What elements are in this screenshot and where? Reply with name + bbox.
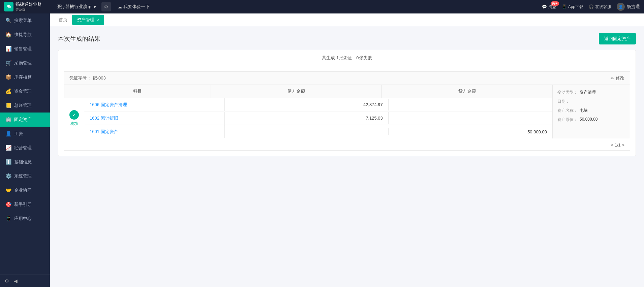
guide-icon: 🎯 <box>5 201 11 208</box>
logo-text: 畅捷通好业财 普及版 <box>16 2 42 12</box>
debit-cell-1: 7,125.03 <box>225 112 389 124</box>
asset-name-row: 资产名称： 电脑 <box>557 108 625 114</box>
tab-close-button[interactable]: × <box>97 18 99 22</box>
change-type-label: 变动类型： <box>557 90 578 95</box>
return-fixed-assets-button[interactable]: 返回固定资产 <box>599 33 636 44</box>
sidebar-item-guide[interactable]: 🎯 新手引导 <box>0 197 50 212</box>
sidebar-item-app-center[interactable]: 📱 应用中心 <box>0 212 50 226</box>
sidebar-item-enterprise[interactable]: 🤝 企业协同 <box>0 183 50 197</box>
pagination-prev[interactable]: < <box>611 142 614 148</box>
online-service-button[interactable]: 🎧 在线客服 <box>589 4 611 10</box>
edit-icon: ✏ <box>611 76 614 81</box>
user-area[interactable]: 👤 畅捷通 <box>617 3 640 11</box>
voucher-header: 凭证字号： 记-003 ✏ 修改 <box>64 72 630 85</box>
asset-name-value: 电脑 <box>580 108 588 114</box>
sidebar-item-operations[interactable]: 📈 经营管理 <box>0 141 50 155</box>
finance-icon: 💰 <box>5 88 11 94</box>
subject-cell-1[interactable]: 1602 累计折旧 <box>84 112 225 125</box>
tab-asset-management[interactable]: 资产管理 × <box>72 15 104 25</box>
voucher-number: 凭证字号： 记-003 <box>69 75 106 81</box>
data-rows: 1606 固定资产清理 42,874.97 1602 累计折旧 7,125.03 <box>84 98 552 138</box>
messages-badge: 99+ <box>551 1 559 6</box>
page-header: 本次生成的结果 返回固定资产 <box>58 33 636 44</box>
sidebar-collapse-button[interactable]: ◀ <box>14 278 18 284</box>
app-download-button[interactable]: 📱 App下载 <box>562 4 583 10</box>
voucher-body: 科目 借方金额 贷方金额 ✓ 成功 <box>64 85 630 138</box>
side-panel: 变动类型： 资产清理 日期： 资产名称： 电脑 <box>552 85 630 138</box>
payroll-icon: 👤 <box>5 131 11 137</box>
sidebar-item-purchase[interactable]: 🛒 采购管理 <box>0 56 50 70</box>
edit-button[interactable]: ✏ 修改 <box>611 75 624 81</box>
ledger-icon: 📒 <box>5 102 11 108</box>
subject-cell-2[interactable]: 1601 固定资产 <box>84 125 225 138</box>
trial-button[interactable]: ☁ 我要体验一下 <box>114 2 153 11</box>
sidebar-settings-button[interactable]: ⚙ <box>5 278 9 284</box>
pagination: < 1/1 > <box>64 140 630 150</box>
pagination-next[interactable]: > <box>622 142 624 148</box>
messages-button[interactable]: 💬 消息 99+ <box>542 4 556 10</box>
sidebar-item-payroll[interactable]: 👤 工资 <box>0 127 50 141</box>
tab-bar: 首页 资产管理 × <box>50 13 644 26</box>
page-title: 本次生成的结果 <box>58 35 100 43</box>
content-area: 首页 资产管理 × 本次生成的结果 返回固定资产 共生成 1张凭证，0张失败 <box>50 13 644 287</box>
search-icon: 🔍 <box>5 18 11 24</box>
success-text: 成功 <box>70 121 78 127</box>
col-header-subject: 科目 <box>64 85 211 98</box>
logo-icon: 畅 <box>4 2 13 11</box>
dropdown-icon: ▾ <box>94 4 96 9</box>
basic-info-icon: ℹ️ <box>5 159 11 165</box>
app-center-icon: 📱 <box>5 216 11 222</box>
pagination-info: 1/1 <box>615 142 622 148</box>
top-header: 畅 畅捷通好业财 普及版 医疗器械行业演示 ▾ ⚙ ☁ 我要体验一下 💬 消息 … <box>0 0 644 13</box>
credit-cell-1 <box>389 115 552 122</box>
col-header-debit: 借方金额 <box>211 85 382 98</box>
credit-cell-2: 50,000.00 <box>389 126 552 138</box>
sidebar-item-system[interactable]: ⚙️ 系统管理 <box>0 169 50 183</box>
sidebar-item-inventory[interactable]: 📦 库存核算 <box>0 70 50 84</box>
date-row: 日期： <box>557 99 625 104</box>
header-actions: 💬 消息 99+ 📱 App下载 🎧 在线客服 👤 畅捷通 <box>542 3 640 11</box>
trial-icon: ☁ <box>118 4 122 9</box>
company-selector[interactable]: 医疗器械行业演示 ▾ <box>54 2 99 11</box>
date-label: 日期： <box>557 99 570 104</box>
change-type-value: 资产清理 <box>580 90 596 95</box>
avatar: 👤 <box>617 3 625 11</box>
subject-cell-0[interactable]: 1606 固定资产清理 <box>84 98 225 111</box>
home-icon: 🏠 <box>5 32 11 38</box>
original-value-row: 资产原值： 50,000.00 <box>557 117 625 123</box>
tab-home[interactable]: 首页 <box>55 17 71 23</box>
sidebar-item-quick-nav[interactable]: 🏠 快捷导航 <box>0 28 50 42</box>
sales-icon: 📊 <box>5 46 11 52</box>
table-row: 1606 固定资产清理 42,874.97 <box>84 98 552 111</box>
sidebar-item-basic-info[interactable]: ℹ️ 基础信息 <box>0 155 50 169</box>
change-type-row: 变动类型： 资产清理 <box>557 90 625 95</box>
purchase-icon: 🛒 <box>5 60 11 66</box>
inventory-icon: 📦 <box>5 74 11 80</box>
sidebar-item-ledger[interactable]: 📒 总账管理 <box>0 98 50 113</box>
sidebar-item-fixed-assets[interactable]: 🏢 固定资产 <box>0 113 50 127</box>
settings-button[interactable]: ⚙ <box>101 2 111 11</box>
sidebar-item-finance[interactable]: 💰 资金管理 <box>0 84 50 98</box>
asset-name-label: 资产名称： <box>557 108 578 114</box>
system-icon: ⚙️ <box>5 173 11 179</box>
table-row: 1601 固定资产 50,000.00 <box>84 125 552 138</box>
sidebar-item-search[interactable]: 🔍 搜索菜单 <box>0 13 50 28</box>
sidebar-item-sales[interactable]: 📊 销售管理 <box>0 42 50 56</box>
table-rows-container: ✓ 成功 1606 固定资产清理 42,874.97 <box>64 98 552 138</box>
original-value-label: 资产原值： <box>557 117 578 123</box>
fixed-assets-icon: 🏢 <box>5 117 11 123</box>
table-row: 1602 累计折旧 7,125.03 <box>84 111 552 125</box>
download-icon: 📱 <box>562 4 567 9</box>
enterprise-icon: 🤝 <box>5 187 11 193</box>
debit-cell-2 <box>225 128 389 135</box>
col-header-credit: 贷方金额 <box>382 85 553 98</box>
credit-cell-0 <box>389 101 552 108</box>
sidebar: 🔍 搜索菜单 🏠 快捷导航 📊 销售管理 🛒 采购管理 📦 库存核算 💰 资金管… <box>0 13 50 287</box>
service-icon: 🎧 <box>589 4 594 9</box>
page-content: 本次生成的结果 返回固定资产 共生成 1张凭证，0张失败 凭证字号： 记-003 <box>50 26 644 287</box>
original-value-value: 50,000.00 <box>580 117 597 123</box>
voucher-section: 凭证字号： 记-003 ✏ 修改 <box>64 71 630 151</box>
logo-area: 畅 畅捷通好业财 普及版 <box>4 2 54 12</box>
sidebar-footer: ⚙ ◀ <box>0 275 50 287</box>
success-icon: ✓ <box>69 110 79 120</box>
